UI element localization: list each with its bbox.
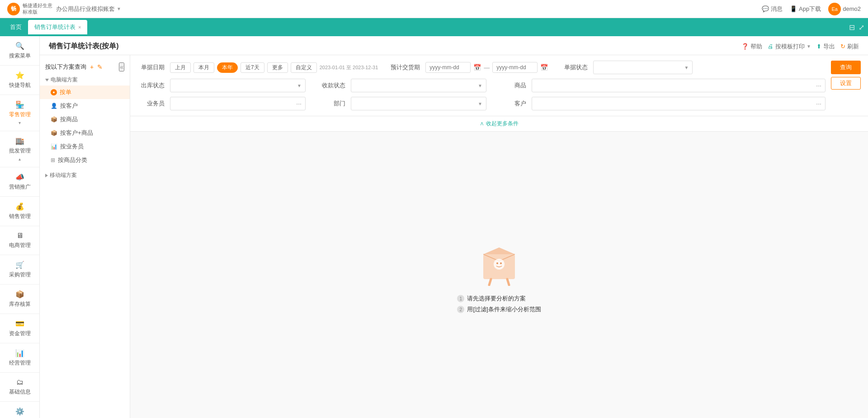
collapse-panel-button[interactable]: « (119, 62, 124, 71)
main-layout: 🔍 搜索菜单 ⭐ 快捷导航 🏪 零售管理 ▾ 🏬 批发管理 ▴ 📣 营销推广 💰… (0, 36, 868, 418)
sidebar-item-marketing[interactable]: 📣 营销推广 (0, 167, 39, 197)
add-scheme-button[interactable]: + (90, 63, 94, 71)
scheme-box-icon: 📦 (51, 116, 57, 123)
calendar-icon-1[interactable]: 📅 (473, 64, 481, 71)
status-select[interactable]: ▼ (593, 61, 693, 74)
delivery-select[interactable]: ▼ (170, 79, 306, 92)
expected-date-from[interactable] (425, 62, 471, 73)
export-icon: ⬆ (816, 43, 821, 50)
sidebar-item-search[interactable]: 🔍 搜索菜单 (0, 36, 39, 66)
app-download-button[interactable]: 📱 App下载 (790, 5, 821, 13)
message-button[interactable]: 💬 消息 (762, 5, 783, 13)
sidebar-item-retail[interactable]: 🏪 零售管理 ▾ (0, 95, 39, 131)
dash: — (484, 64, 490, 71)
expected-date-to[interactable] (492, 62, 538, 73)
salesperson-select[interactable]: ··· (170, 97, 306, 110)
svg-marker-1 (483, 247, 515, 254)
scheme-item-by-customer-goods[interactable]: 📦 按客户+商品 (40, 126, 130, 140)
action-buttons: 查询 设置 (831, 61, 861, 90)
date-last7-btn[interactable]: 近7天 (241, 62, 264, 73)
export-button[interactable]: ⬆ 导出 (816, 43, 835, 51)
sidebar-item-basic[interactable]: 🗂 基础信息 (0, 373, 39, 402)
date-last-month-btn[interactable]: 上月 (170, 62, 191, 73)
print-dropdown-icon[interactable]: ▼ (807, 44, 811, 49)
empty-tip-1: 1 请先选择要分析的方案 (457, 294, 541, 303)
panel-title: 按以下方案查询 + ✎ « (40, 60, 130, 74)
date-custom-btn[interactable]: 自定义 (291, 62, 317, 73)
sidebar-item-ecommerce[interactable]: 🖥 电商管理 (0, 226, 39, 255)
sidebar-item-sales[interactable]: 💰 销售管理 (0, 197, 39, 226)
sidebar-item-inventory[interactable]: 📦 库存核算 (0, 285, 39, 314)
shop-icon: 🏪 (15, 100, 24, 109)
empty-illustration (472, 236, 526, 287)
salesperson-dots[interactable]: ··· (296, 100, 302, 107)
date-label: 单据日期 (137, 63, 165, 71)
payment-select[interactable]: ▼ (351, 79, 486, 92)
svg-line-7 (489, 279, 491, 285)
scheme-combo-icon: 📦 (51, 130, 57, 136)
filter-row-1: 单据日期 上月 本月 本年 近7天 更多 自定义 2023-01-01 至 20… (137, 61, 826, 74)
empty-tip-2: 2 用[过滤]条件来缩小分析范围 (457, 305, 541, 314)
scheme-item-by-order[interactable]: ● 按单 (40, 86, 130, 99)
print-icon: 🖨 (768, 43, 774, 50)
breadcrumb-area: 办公用品行业模拟账套 ▼ (56, 5, 121, 13)
print-button[interactable]: 🖨 按模板打印 ▼ (768, 43, 811, 51)
top-bar-left: 畅 畅捷通好生意 标准版 办公用品行业模拟账套 ▼ (7, 3, 121, 15)
settings-button[interactable]: 设置 (831, 77, 861, 90)
tab-sales-stats[interactable]: 销售订单统计表 × (28, 20, 87, 34)
scheme-item-by-salesperson[interactable]: 📊 按业务员 (40, 140, 130, 153)
operations-icon: 📊 (15, 349, 24, 357)
refresh-button[interactable]: ↻ 刷新 (840, 43, 859, 51)
user-profile[interactable]: Ea demo2 (828, 3, 861, 15)
window-expand-button[interactable]: ⤢ (859, 23, 864, 32)
chevron-down-icon[interactable]: ▼ (117, 6, 121, 11)
window-minimize-button[interactable]: ⊟ (849, 23, 855, 32)
goods-dots[interactable]: ··· (816, 82, 821, 89)
expected-date-label: 预计交货期 (391, 63, 420, 71)
empty-tips: 1 请先选择要分析的方案 2 用[过滤]条件来缩小分析范围 (457, 294, 541, 314)
logo-text: 畅捷通好生意 标准版 (23, 3, 52, 14)
sidebar-item-quicknav[interactable]: ⭐ 快捷导航 (0, 66, 39, 95)
edit-scheme-button[interactable]: ✎ (97, 63, 103, 71)
sidebar-item-system[interactable]: ⚙️ 系统管理 (0, 402, 39, 418)
breadcrumb-text: 办公用品行业模拟账套 (56, 5, 115, 13)
date-more-btn[interactable]: 更多 (267, 62, 288, 73)
search-icon: 🔍 (15, 42, 24, 50)
refresh-icon: ↻ (840, 43, 845, 50)
scheme-item-by-category[interactable]: ⊞ 按商品分类 (40, 153, 130, 167)
goods-select[interactable]: ··· (532, 79, 826, 92)
wholesale-icon: 🏬 (15, 137, 24, 145)
scheme-item-by-goods[interactable]: 📦 按商品 (40, 113, 130, 126)
date-this-month-btn[interactable]: 本月 (193, 62, 214, 73)
empty-state: 1 请先选择要分析的方案 2 用[过滤]条件来缩小分析范围 (130, 132, 868, 418)
dept-select[interactable]: ▼ (351, 97, 486, 110)
tab-bar: 首页 销售订单统计表 × ⊟ ⤢ (0, 18, 868, 36)
purchase-icon: 🛒 (15, 261, 24, 269)
query-button[interactable]: 查询 (831, 61, 861, 74)
collapse-up-icon: ∧ (480, 120, 484, 127)
basic-icon: 🗂 (16, 378, 24, 386)
dept-label: 部门 (318, 100, 345, 108)
customer-dots[interactable]: ··· (816, 100, 821, 107)
group-collapse-icon (45, 174, 48, 177)
tip-num-1: 1 (457, 295, 464, 302)
tab-close-icon[interactable]: × (78, 24, 81, 30)
filter-row-2: 出库状态 ▼ 收款状态 ▼ 商品 (137, 79, 826, 92)
date-this-year-btn[interactable]: 本年 (217, 62, 238, 73)
tab-home[interactable]: 首页 (4, 20, 28, 34)
sidebar-item-finance[interactable]: 💳 资金管理 (0, 314, 39, 343)
sidebar-item-wholesale[interactable]: 🏬 批发管理 ▴ (0, 131, 39, 167)
scheme-active-icon: ● (51, 89, 57, 95)
customer-select[interactable]: ··· (532, 97, 826, 110)
customer-label: 客户 (499, 100, 526, 108)
scheme-item-by-customer[interactable]: 👤 按客户 (40, 99, 130, 113)
mobile-group-title[interactable]: 移动端方案 (40, 170, 130, 181)
salesperson-label: 业务员 (137, 100, 165, 108)
desktop-group-title[interactable]: 电脑端方案 (40, 74, 130, 86)
sidebar-item-purchase[interactable]: 🛒 采购管理 (0, 255, 39, 285)
collapse-filter-button[interactable]: ∧ 收起更多条件 (130, 116, 868, 132)
help-button[interactable]: ❓ 帮助 (741, 43, 762, 51)
tab-bar-right: ⊟ ⤢ (849, 23, 864, 32)
sidebar-item-operations[interactable]: 📊 经营管理 (0, 343, 39, 373)
calendar-icon-2[interactable]: 📅 (540, 64, 548, 71)
